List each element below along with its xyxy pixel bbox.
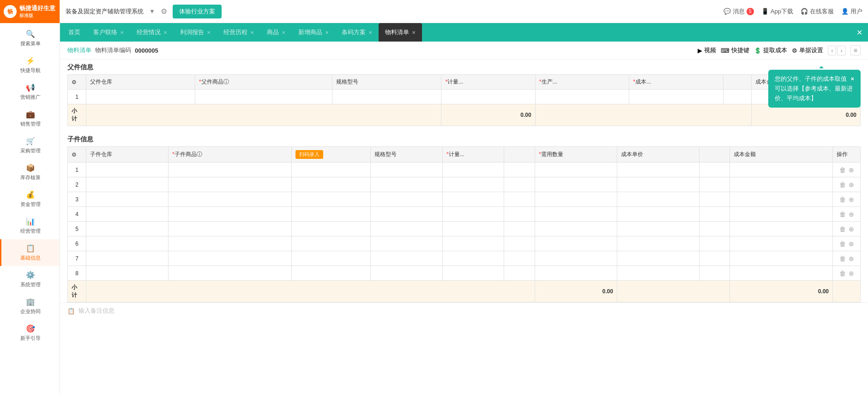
scan-btn[interactable]: 扫码录入 (295, 150, 323, 159)
child-measure-cell[interactable] (442, 266, 504, 281)
user-action[interactable]: 👤 用户 (841, 7, 862, 16)
delete-icon[interactable]: 🗑 (839, 240, 846, 248)
delete-icon[interactable]: 🗑 (839, 211, 846, 218)
child-unit-cost-cell[interactable] (617, 236, 699, 251)
tab-operations[interactable]: 经营情况 ✕ (130, 23, 174, 42)
tab-close-profit[interactable]: ✕ (207, 30, 211, 35)
child-goods-cell[interactable] (168, 251, 291, 266)
child-measure-cell[interactable] (442, 207, 504, 222)
child-qty-cell[interactable] (535, 163, 617, 177)
sidebar-item-basic-info[interactable]: 📋 基础信息 (0, 239, 60, 266)
child-spec-cell[interactable] (371, 177, 443, 192)
parent-measure-cell[interactable] (441, 90, 535, 104)
delete-icon[interactable]: 🗑 (839, 196, 846, 203)
sidebar-item-system[interactable]: ⚙️ 系统管理 (0, 266, 60, 293)
delete-icon[interactable]: 🗑 (839, 225, 846, 233)
copy-icon[interactable]: ⊕ (849, 196, 854, 203)
child-qty-cell[interactable] (535, 236, 617, 251)
child-measure-cell[interactable] (442, 163, 504, 177)
tab-newgoods[interactable]: 新增商品 ✕ (292, 23, 335, 42)
delete-icon[interactable]: 🗑 (839, 181, 846, 188)
breadcrumb-list[interactable]: 物料清单 (67, 46, 91, 54)
child-measure-cell[interactable] (442, 177, 504, 192)
copy-icon[interactable]: ⊕ (849, 240, 854, 248)
child-spec-cell[interactable] (371, 222, 443, 236)
tab-close-newgoods[interactable]: ✕ (325, 30, 329, 35)
parent-goods-cell[interactable] (195, 90, 332, 104)
tab-history[interactable]: 经营历程 ✕ (217, 23, 260, 42)
child-unit-cost-cell[interactable] (617, 207, 699, 222)
child-warehouse-cell[interactable] (86, 177, 169, 192)
tab-close-history[interactable]: ✕ (250, 30, 254, 35)
tab-profit[interactable]: 利润报告 ✕ (174, 23, 217, 42)
child-qty-cell[interactable] (535, 222, 617, 236)
child-col-settings[interactable]: ⚙ (68, 147, 86, 163)
sidebar-item-operations-mgr[interactable]: 📊 经营管理 (0, 212, 60, 239)
child-goods-cell[interactable] (168, 236, 291, 251)
sidebar-item-search[interactable]: 🔍 搜索菜单 (0, 25, 60, 52)
delete-icon[interactable]: 🗑 (839, 255, 846, 262)
child-qty-cell[interactable] (535, 266, 617, 281)
experience-btn[interactable]: 体验行业方案 (173, 5, 222, 18)
child-spec-cell[interactable] (371, 251, 443, 266)
child-warehouse-cell[interactable] (86, 192, 169, 207)
child-unit-cost-cell[interactable] (617, 163, 699, 177)
copy-icon[interactable]: ⊕ (849, 166, 854, 174)
message-action[interactable]: 💬 消息 5 (723, 7, 754, 16)
copy-icon[interactable]: ⊕ (849, 255, 854, 262)
tab-customer[interactable]: 客户联络 ✕ (87, 23, 130, 42)
copy-icon[interactable]: ⊕ (849, 211, 854, 218)
child-spec-cell[interactable] (371, 207, 443, 222)
child-spec-cell[interactable] (371, 192, 443, 207)
child-warehouse-cell[interactable] (86, 266, 169, 281)
sidebar-item-inventory[interactable]: 📦 库存核算 (0, 159, 60, 186)
sidebar-item-guide[interactable]: 🎯 新手引导 (0, 320, 60, 346)
child-warehouse-cell[interactable] (86, 251, 169, 266)
view-action[interactable]: ▶ 视频 (698, 46, 716, 54)
child-spec-cell[interactable] (371, 163, 443, 177)
tab-close-bom[interactable]: ✕ (412, 30, 416, 35)
child-col-scan[interactable]: 扫码录入 (291, 147, 370, 163)
shortcut-action[interactable]: ⌨ 快捷键 (721, 46, 749, 54)
parent-produce-cell[interactable] (535, 90, 629, 104)
copy-icon[interactable]: ⊕ (849, 181, 854, 188)
copy-icon[interactable]: ⊕ (849, 270, 854, 277)
note-placeholder[interactable]: 输入备注信息 (78, 307, 115, 315)
next-arrow[interactable]: › (837, 46, 845, 55)
tooltip-close-btn[interactable]: × (850, 74, 854, 84)
sidebar-item-purchase[interactable]: 🛒 采购管理 (0, 132, 60, 159)
sidebar-item-sales[interactable]: 💼 销售管理 (0, 105, 60, 132)
cost-action[interactable]: 💲 提取成本 (754, 46, 787, 54)
child-goods-cell[interactable] (168, 192, 291, 207)
child-measure-cell[interactable] (442, 192, 504, 207)
tab-bom[interactable]: 物料清单 ✕ (379, 23, 422, 42)
tab-close-operations[interactable]: ✕ (163, 30, 167, 35)
child-measure-cell[interactable] (442, 251, 504, 266)
parent-warehouse-cell[interactable] (86, 90, 195, 104)
parent-spec-cell[interactable] (332, 90, 441, 104)
child-measure-cell[interactable] (442, 222, 504, 236)
child-qty-cell[interactable] (535, 207, 617, 222)
prev-arrow[interactable]: ‹ (828, 46, 836, 55)
parent-cost-cell[interactable] (629, 90, 723, 104)
tab-goods[interactable]: 商品 ✕ (260, 23, 292, 42)
topbar-dropdown-icon[interactable]: ▼ (149, 8, 155, 15)
tab-close-barcode[interactable]: ✕ (368, 30, 372, 35)
child-qty-cell[interactable] (535, 177, 617, 192)
child-qty-cell[interactable] (535, 251, 617, 266)
child-qty-cell[interactable] (535, 192, 617, 207)
child-goods-cell[interactable] (168, 266, 291, 281)
child-warehouse-cell[interactable] (86, 163, 169, 177)
copy-icon[interactable]: ⊕ (849, 225, 854, 233)
delete-icon[interactable]: 🗑 (839, 166, 846, 174)
child-goods-cell[interactable] (168, 222, 291, 236)
child-warehouse-cell[interactable] (86, 222, 169, 236)
tab-close-customer[interactable]: ✕ (120, 30, 124, 35)
tab-close-goods[interactable]: ✕ (282, 30, 285, 35)
child-measure-cell[interactable] (442, 236, 504, 251)
child-unit-cost-cell[interactable] (617, 266, 699, 281)
child-warehouse-cell[interactable] (86, 207, 169, 222)
single-setting-action[interactable]: ⚙ 单据设置 (792, 46, 823, 54)
app-download-action[interactable]: 📱 App下载 (761, 7, 793, 16)
grid-view-btn[interactable]: ≡ (850, 45, 861, 55)
